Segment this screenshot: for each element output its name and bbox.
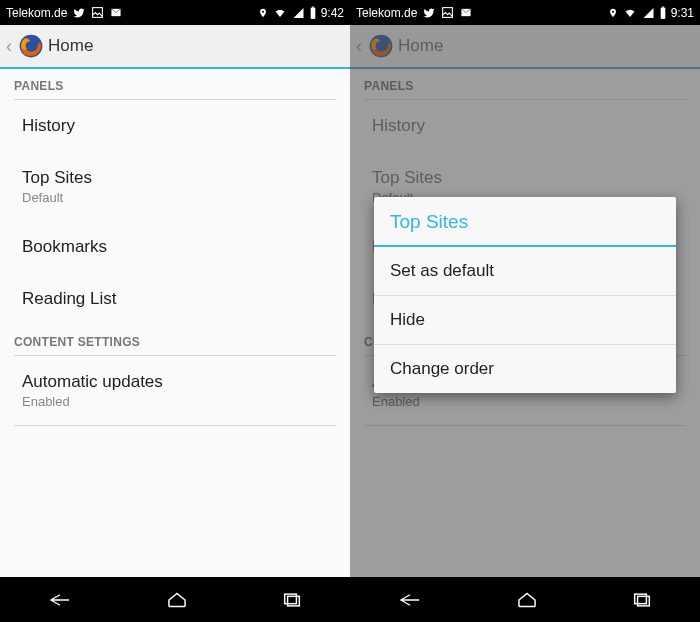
panel-reading-list-label: Reading List [22,289,328,309]
nav-bar [350,577,700,622]
nav-recent-icon[interactable] [281,591,303,609]
status-bar: Telekom.de 9:42 [0,0,350,25]
panel-reading-list[interactable]: Reading List [0,273,350,325]
clock-label: 9:31 [671,6,694,20]
dialog-set-default[interactable]: Set as default [374,247,676,295]
nav-home-icon[interactable] [166,590,188,610]
page-title: Home [48,36,93,56]
svg-rect-4 [311,6,313,7]
dialog-change-order[interactable]: Change order [374,345,676,393]
nav-home-icon[interactable] [516,590,538,610]
app-header: ‹ Home [0,25,350,69]
clock-label: 9:42 [321,6,344,20]
screen-left: Telekom.de 9:42 ‹ Home PANELS History To… [0,0,350,622]
dialog-hide[interactable]: Hide [374,296,676,344]
signal-icon [292,7,305,19]
battery-icon [309,6,317,20]
wifi-icon [622,7,638,19]
mail-icon [109,7,123,18]
carrier-label: Telekom.de [6,6,67,20]
twitter-icon [72,7,86,19]
setting-automatic-updates-label: Automatic updates [22,372,328,392]
panel-bookmarks-label: Bookmarks [22,237,328,257]
svg-rect-3 [310,7,315,18]
firefox-icon [18,33,44,59]
panel-top-sites-label: Top Sites [22,168,328,188]
content-area: PANELS History Top Sites Default Bookmar… [0,69,350,577]
panel-top-sites[interactable]: Top Sites Default [0,152,350,221]
svg-rect-7 [285,594,297,604]
divider [14,425,336,426]
panel-top-sites-sub: Default [22,190,328,205]
svg-rect-8 [443,8,453,18]
battery-icon [659,6,667,20]
picture-icon [91,6,104,19]
panel-bookmarks[interactable]: Bookmarks [0,221,350,273]
panel-history-label: History [22,116,328,136]
svg-rect-6 [288,596,300,606]
twitter-icon [422,7,436,19]
carrier-label: Telekom.de [356,6,417,20]
picture-icon [441,6,454,19]
wifi-icon [272,7,288,19]
setting-automatic-updates-sub: Enabled [22,394,328,409]
svg-rect-14 [638,596,650,606]
location-icon [258,6,268,20]
svg-rect-0 [93,8,103,18]
context-dialog: Top Sites Set as default Hide Change ord… [374,197,676,393]
nav-back-icon[interactable] [47,590,73,610]
svg-rect-11 [660,7,665,18]
setting-automatic-updates[interactable]: Automatic updates Enabled [0,356,350,425]
location-icon [608,6,618,20]
svg-rect-12 [661,6,663,7]
section-panels: PANELS [0,69,350,99]
nav-recent-icon[interactable] [631,591,653,609]
nav-bar [0,577,350,622]
status-bar: Telekom.de 9:31 [350,0,700,25]
mail-icon [459,7,473,18]
svg-point-10 [612,10,614,12]
back-icon[interactable]: ‹ [6,36,12,57]
svg-rect-15 [635,594,647,604]
dialog-title: Top Sites [374,197,676,247]
svg-point-2 [262,10,264,12]
nav-back-icon[interactable] [397,590,423,610]
section-content-settings: CONTENT SETTINGS [0,325,350,355]
panel-history[interactable]: History [0,100,350,152]
screen-right: Telekom.de 9:31 ‹ Home PANELS History To… [350,0,700,622]
signal-icon [642,7,655,19]
